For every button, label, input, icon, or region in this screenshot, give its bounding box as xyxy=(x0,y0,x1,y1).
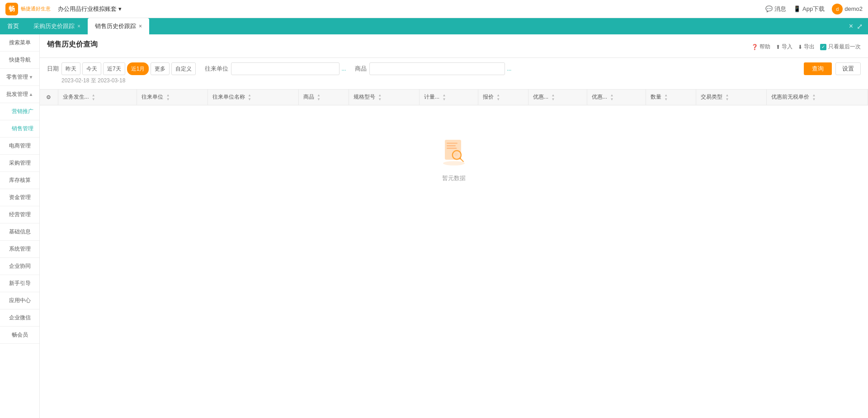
col-discount1[interactable]: 优惠... ▲▼ xyxy=(528,90,587,105)
help-button[interactable]: ❓ 帮助 xyxy=(751,43,770,51)
tab-purchase-history-close[interactable]: × xyxy=(77,23,80,29)
sidebar-item-system-mgmt[interactable]: 系统管理 xyxy=(0,241,39,258)
sidebar-item-wholesale-mgmt[interactable]: 批发管理 ▲ xyxy=(0,86,39,103)
empty-state-cell: 暂元数据 xyxy=(40,105,868,210)
sidebar-marketing-promo-label: 营销推广 xyxy=(12,108,33,114)
export-button[interactable]: ⬇ 导出 xyxy=(798,43,815,51)
date-range-text: 2023-02-18 至 2023-03-18 xyxy=(61,77,196,85)
tab-purchase-history[interactable]: 采购历史价跟踪 × xyxy=(26,18,88,34)
sidebar-item-ecommerce-mgmt[interactable]: 电商管理 xyxy=(0,138,39,155)
sidebar-enterprise-collab-label: 企业协同 xyxy=(9,263,31,269)
sort-icon: ▲▼ xyxy=(248,93,251,101)
tab-home[interactable]: 首页 xyxy=(0,18,26,34)
user-label: demo2 xyxy=(844,5,863,12)
app-download-label: App下载 xyxy=(802,5,825,13)
sidebar-item-member[interactable]: 畅会员 xyxy=(0,327,39,344)
sidebar-app-center-label: 应用中心 xyxy=(9,297,31,304)
sidebar-operations-mgmt-label: 经营管理 xyxy=(9,211,31,218)
only-last-checkbox-area[interactable]: ✓ 只看最后一次 xyxy=(820,43,861,51)
message-button[interactable]: 💬 消息 xyxy=(765,5,786,13)
col-product[interactable]: 商品 ▲▼ xyxy=(298,90,349,105)
export-icon: ⬇ xyxy=(798,44,802,50)
col-quantity[interactable]: 数量 ▲▼ xyxy=(646,90,696,105)
col-pre-tax-price[interactable]: 优惠前无税单价 ▲▼ xyxy=(767,90,868,105)
close-all-tabs-button[interactable]: × xyxy=(849,22,853,30)
sidebar-item-app-center[interactable]: 应用中心 xyxy=(0,292,39,309)
sidebar-retail-mgmt-label: 零售管理 xyxy=(6,73,28,81)
sidebar-item-finance-mgmt[interactable]: 资金管理 xyxy=(0,189,39,206)
date-btn-1month[interactable]: 近1月 xyxy=(127,62,149,75)
source-unit-picker-button[interactable]: ... xyxy=(341,66,346,72)
sidebar: 搜索菜单 快捷导航 零售管理 ▼ 批发管理 ▲ 营销推广 销售管理 电商管理 采… xyxy=(0,34,40,418)
chevron-down-icon: ▼ xyxy=(29,75,33,80)
date-btn-7days[interactable]: 近7天 xyxy=(103,62,125,75)
col-discount2[interactable]: 优惠... ▲▼ xyxy=(587,90,646,105)
col-discount2-label: 优惠... xyxy=(592,94,607,100)
sidebar-item-purchase-mgmt[interactable]: 采购管理 xyxy=(0,155,39,172)
sort-icon: ▲▼ xyxy=(496,93,500,101)
col-spec[interactable]: 规格型号 ▲▼ xyxy=(349,90,419,105)
tab-sales-history-close[interactable]: × xyxy=(139,23,142,29)
user-menu[interactable]: d demo2 xyxy=(832,4,863,14)
fullscreen-button[interactable]: ⤢ xyxy=(857,22,863,31)
source-unit-input-wrap: ... xyxy=(231,62,346,75)
sort-icon: ▲▼ xyxy=(442,93,446,101)
sidebar-ecommerce-mgmt-label: 电商管理 xyxy=(9,142,31,149)
sidebar-item-marketing-promo[interactable]: 营销推广 xyxy=(0,103,39,120)
app-download-button[interactable]: 📱 App下载 xyxy=(793,5,825,13)
col-discount1-label: 优惠... xyxy=(533,94,548,100)
empty-state-icon xyxy=(436,133,472,169)
sidebar-purchase-mgmt-label: 采购管理 xyxy=(9,160,31,166)
query-button[interactable]: 查询 xyxy=(804,62,832,75)
sort-icon: ▲▼ xyxy=(725,93,729,101)
date-btn-yesterday[interactable]: 昨天 xyxy=(61,62,80,75)
sidebar-item-inventory[interactable]: 库存核算 xyxy=(0,172,39,189)
date-btn-custom[interactable]: 自定义 xyxy=(171,62,196,75)
sidebar-item-new-guide[interactable]: 新手引导 xyxy=(0,275,39,292)
sidebar-item-operations-mgmt[interactable]: 经营管理 xyxy=(0,206,39,223)
sidebar-item-basic-info[interactable]: 基础信息 xyxy=(0,223,39,241)
avatar: d xyxy=(832,4,843,14)
only-last-checkbox[interactable]: ✓ xyxy=(820,44,826,50)
col-partner-name-label: 往来单位名称 xyxy=(212,94,245,100)
col-trade-type[interactable]: 交易类型 ▲▼ xyxy=(696,90,767,105)
date-btns-row: 昨天 今天 近7天 近1月 更多 自定义 xyxy=(61,62,196,75)
import-icon: ⬆ xyxy=(776,44,780,50)
col-unit[interactable]: 计量... ▲▼ xyxy=(420,90,478,105)
date-btn-more[interactable]: 更多 xyxy=(151,62,170,75)
app-selector[interactable]: 办公用品行业模拟账套 ▾ xyxy=(54,5,125,13)
col-partner-code[interactable]: 往来单位 ▲▼ xyxy=(137,90,208,105)
col-setting[interactable]: ⚙ xyxy=(40,90,58,105)
sidebar-item-enterprise-wechat[interactable]: 企业微信 xyxy=(0,309,39,327)
logo-icon: 畅 xyxy=(5,3,18,15)
import-label: 导入 xyxy=(782,43,793,51)
product-input[interactable] xyxy=(369,62,505,75)
date-filter-label: 日期 xyxy=(47,62,59,75)
sidebar-item-quick-nav[interactable]: 快捷导航 xyxy=(0,52,39,69)
sidebar-item-retail-mgmt[interactable]: 零售管理 ▼ xyxy=(0,69,39,86)
help-label: 帮助 xyxy=(760,43,770,51)
col-partner-name[interactable]: 往来单位名称 ▲▼ xyxy=(208,90,298,105)
empty-state: 暂元数据 xyxy=(40,105,868,209)
product-filter-group: 商品 ... xyxy=(355,62,511,75)
sidebar-item-enterprise-collab[interactable]: 企业协同 xyxy=(0,258,39,275)
sort-icon: ▲▼ xyxy=(166,93,170,101)
col-biz-date[interactable]: 业务发生... ▲▼ xyxy=(58,90,137,105)
import-button[interactable]: ⬆ 导入 xyxy=(776,43,793,51)
col-spec-label: 规格型号 xyxy=(354,94,375,100)
sidebar-item-sales-mgmt[interactable]: 销售管理 xyxy=(0,120,39,138)
product-picker-button[interactable]: ... xyxy=(507,66,511,72)
data-table: ⚙ 业务发生... ▲▼ 往来单位 ▲▼ 往来单位名称 ▲▼ xyxy=(40,90,868,209)
sidebar-new-guide-label: 新手引导 xyxy=(9,280,31,286)
setting-button[interactable]: 设置 xyxy=(835,62,861,75)
source-unit-input[interactable] xyxy=(231,62,340,75)
only-last-label: 只看最后一次 xyxy=(828,43,861,51)
table-container: ⚙ 业务发生... ▲▼ 往来单位 ▲▼ 往来单位名称 ▲▼ xyxy=(40,90,868,418)
sidebar-sales-mgmt-label: 销售管理 xyxy=(12,125,33,132)
date-btn-today[interactable]: 今天 xyxy=(82,62,101,75)
tab-sales-history[interactable]: 销售历史价跟踪 × xyxy=(88,18,149,34)
table-header-row: ⚙ 业务发生... ▲▼ 往来单位 ▲▼ 往来单位名称 ▲▼ xyxy=(40,90,868,105)
source-unit-filter-group: 往来单位 ... xyxy=(205,62,346,75)
sidebar-item-search-menu[interactable]: 搜索菜单 xyxy=(0,34,39,52)
col-quote-price[interactable]: 报价 ▲▼ xyxy=(478,90,528,105)
